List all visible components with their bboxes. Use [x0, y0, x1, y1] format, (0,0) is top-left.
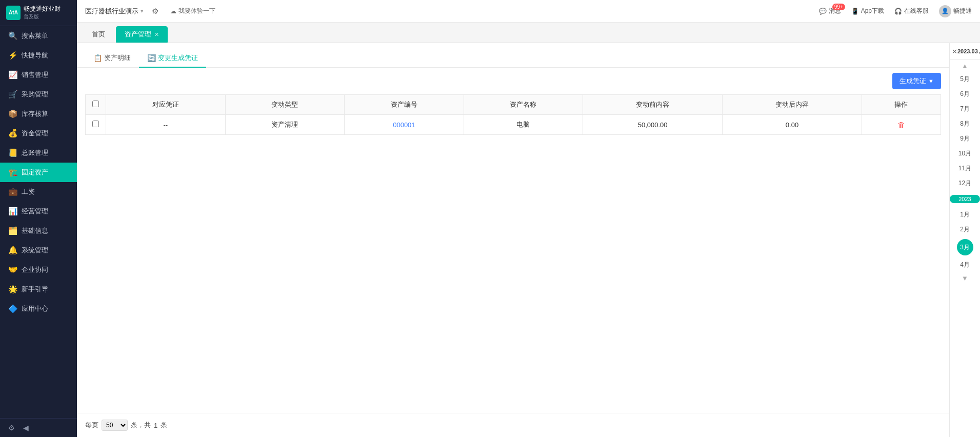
row-operation: 🗑 — [862, 115, 941, 135]
app-center-icon: 🔷 — [8, 304, 17, 313]
generate-voucher-button[interactable]: 生成凭证 ▼ — [892, 73, 941, 89]
sidebar-label-app-center: 应用中心 — [22, 304, 48, 313]
right-panel: ✕ 2023.03 ⤢ ▲ 5月 6月 7月 8月 9月 10月 11月 12月… — [949, 43, 980, 437]
sidebar-item-sales[interactable]: 📈销售管理 — [0, 65, 77, 85]
per-page-select[interactable]: 50 10 20 100 — [102, 420, 128, 431]
sidebar-label-basic-info: 基础信息 — [22, 226, 48, 235]
row-checkbox-cell — [86, 115, 106, 135]
enterprise-icon: 🤝 — [8, 265, 17, 274]
cal-month-10[interactable]: 10月 — [950, 146, 980, 161]
tab-home-label: 首页 — [92, 30, 105, 39]
customer-service-label: 在线客服 — [904, 7, 929, 15]
cal-year-badge[interactable]: 2023 — [950, 195, 980, 203]
sidebar-label-enterprise: 企业协同 — [22, 265, 48, 274]
download-icon: 📱 — [851, 8, 859, 15]
cal-month-11[interactable]: 11月 — [950, 161, 980, 176]
message-button[interactable]: 💬 消息 99+ — [819, 7, 841, 15]
sidebar-item-operations[interactable]: 📊经营管理 — [0, 202, 77, 221]
sidebar-label-funds: 资金管理 — [22, 129, 48, 138]
generate-voucher-label: 生成凭证 — [899, 76, 926, 86]
sidebar-nav: 🔍搜索菜单⚡快捷导航📈销售管理🛒采购管理📦库存核算💰资金管理📒总账管理🏗️固定资… — [0, 26, 77, 418]
sidebar-label-search: 搜索菜单 — [22, 31, 48, 41]
delete-icon[interactable]: 🗑 — [897, 121, 905, 129]
th-asset-name: 资产名称 — [464, 95, 583, 115]
experience-label: 我要体验一下 — [178, 7, 215, 15]
sidebar-item-quick-nav[interactable]: ⚡快捷导航 — [0, 46, 77, 65]
tab-asset-management[interactable]: 资产管理 ✕ — [116, 26, 168, 43]
purchase-icon: 🛒 — [8, 90, 17, 99]
row-asset-code: 000001 — [345, 115, 464, 135]
user-profile[interactable]: 👤 畅捷通 — [939, 5, 972, 17]
sidebar-item-search[interactable]: 🔍搜索菜单 — [0, 26, 77, 46]
sub-tab-asset-detail[interactable]: 📋 资产明细 — [85, 49, 139, 68]
sidebar-logo: AtA 畅捷通好业财 普及版 — [0, 0, 77, 26]
sidebar-item-purchase[interactable]: 🛒采购管理 — [0, 85, 77, 104]
pagination: 每页 50 10 20 100 条，共 1 条 — [77, 413, 949, 437]
change-voucher-icon: 🔄 — [147, 54, 156, 62]
tab-close-icon[interactable]: ✕ — [154, 31, 159, 38]
cal-month-3-active[interactable]: 3月 — [957, 239, 973, 255]
cal-month-1[interactable]: 1月 — [950, 207, 980, 222]
cal-nav-down[interactable]: ▼ — [950, 272, 980, 284]
select-all-checkbox[interactable] — [92, 101, 99, 107]
app-download-button[interactable]: 📱 App下载 — [851, 7, 884, 15]
header-settings-button[interactable]: ⚙ — [148, 4, 162, 18]
panel-expand-button[interactable]: ⤢ — [978, 46, 980, 56]
sidebar-item-ledger[interactable]: 📒总账管理 — [0, 143, 77, 163]
funds-icon: 💰 — [8, 129, 17, 138]
company-chevron-icon: ▾ — [141, 8, 144, 14]
cal-month-6[interactable]: 6月 — [950, 87, 980, 102]
cal-month-4[interactable]: 4月 — [950, 257, 980, 272]
calendar-list: ▲ 5月 6月 7月 8月 9月 10月 11月 12月 2023 1月 2月 … — [950, 60, 980, 437]
cal-month-5[interactable]: 5月 — [950, 72, 980, 87]
sidebar-item-fixed-assets[interactable]: 🏗️固定资产 — [0, 163, 77, 182]
cal-nav-up[interactable]: ▲ — [950, 60, 980, 72]
panel-close-button[interactable]: ✕ — [952, 46, 957, 56]
sidebar-item-guide[interactable]: 🌟新手引导 — [0, 280, 77, 299]
sub-tab-change-voucher[interactable]: 🔄 变更生成凭证 — [139, 49, 206, 68]
total-suffix: 条 — [161, 421, 167, 430]
cal-month-8[interactable]: 8月 — [950, 116, 980, 131]
sidebar-label-guide: 新手引导 — [22, 285, 48, 294]
cal-month-2[interactable]: 2月 — [950, 222, 980, 237]
row-change-type: 资产清理 — [225, 115, 345, 135]
app-download-label: App下载 — [861, 7, 884, 15]
fixed-assets-icon: 🏗️ — [8, 168, 17, 177]
message-icon: 💬 — [819, 8, 827, 15]
basic-info-icon: 🗂️ — [8, 226, 17, 235]
settings-icon[interactable]: ⚙ — [8, 424, 15, 432]
customer-service-button[interactable]: 🎧 在线客服 — [894, 7, 929, 15]
panel-year-label: 2023.03 — [957, 46, 978, 56]
cal-month-7[interactable]: 7月 — [950, 102, 980, 116]
row-checkbox[interactable] — [92, 121, 99, 127]
quick-nav-icon: ⚡ — [8, 51, 17, 60]
message-badge: 99+ — [832, 4, 845, 10]
main-area: 医疗器械行业演示 ▾ ⚙ ☁ 我要体验一下 💬 消息 99+ 📱 App下载 🎧… — [77, 0, 980, 437]
content-area: 📋 资产明细 🔄 变更生成凭证 生成凭证 ▼ — [77, 43, 980, 437]
sidebar-item-basic-info[interactable]: 🗂️基础信息 — [0, 221, 77, 241]
sub-tab-asset-detail-label: 资产明细 — [104, 53, 131, 63]
username: 畅捷通 — [953, 7, 972, 15]
cal-month-9[interactable]: 9月 — [950, 131, 980, 146]
sidebar-item-payroll[interactable]: 💼工资 — [0, 182, 77, 202]
th-checkbox — [86, 95, 106, 115]
system-icon: 🔔 — [8, 246, 17, 255]
tab-home[interactable]: 首页 — [83, 26, 114, 43]
cal-month-12[interactable]: 12月 — [950, 176, 980, 191]
guide-icon: 🌟 — [8, 285, 17, 294]
row-before-change: 50,000.00 — [583, 115, 723, 135]
logo-text: 畅捷通好业财 — [24, 5, 61, 13]
sidebar-item-enterprise[interactable]: 🤝企业协同 — [0, 260, 77, 280]
sidebar-item-inventory[interactable]: 📦库存核算 — [0, 104, 77, 124]
content-main: 📋 资产明细 🔄 变更生成凭证 生成凭证 ▼ — [77, 43, 949, 437]
sidebar-label-purchase: 采购管理 — [22, 90, 48, 99]
experience-button[interactable]: ☁ 我要体验一下 — [170, 7, 215, 15]
company-selector[interactable]: 医疗器械行业演示 ▾ — [85, 7, 144, 16]
collapse-icon[interactable]: ◀ — [23, 424, 29, 432]
th-operation: 操作 — [862, 95, 941, 115]
table-header-row: 对应凭证 变动类型 资产编号 资产名称 变动前内容 变动后内容 操作 — [86, 95, 941, 115]
sidebar-item-funds[interactable]: 💰资金管理 — [0, 124, 77, 143]
sidebar-item-app-center[interactable]: 🔷应用中心 — [0, 299, 77, 319]
table-container: 对应凭证 变动类型 资产编号 资产名称 变动前内容 变动后内容 操作 — [77, 94, 949, 413]
sidebar-item-system[interactable]: 🔔系统管理 — [0, 241, 77, 260]
